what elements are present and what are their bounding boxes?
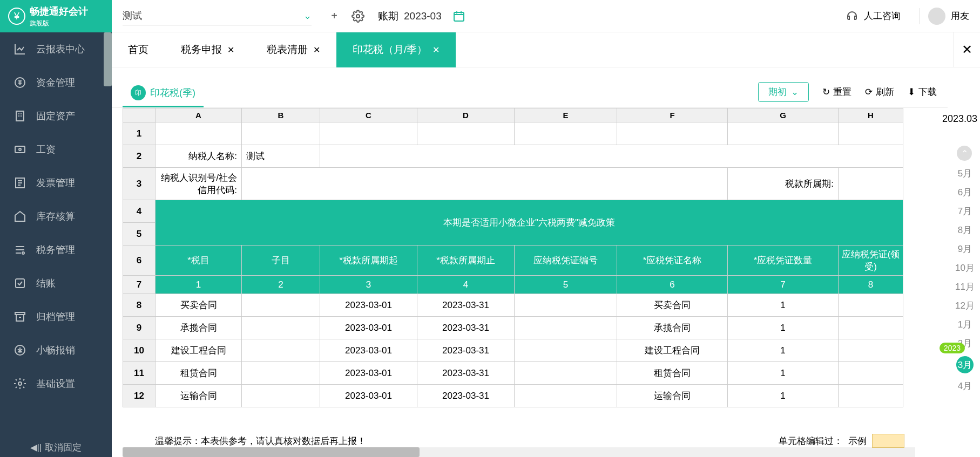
row-header[interactable]: 9 bbox=[123, 317, 156, 339]
reset-button[interactable]: ↻重置 bbox=[822, 86, 851, 98]
sidebar-item-inventory[interactable]: 库存核算 bbox=[0, 200, 112, 233]
month-10月[interactable]: 10月 bbox=[955, 262, 975, 274]
unpin-button[interactable]: ◀||取消固定 bbox=[0, 438, 112, 457]
row-header[interactable]: 4 bbox=[123, 200, 156, 223]
add-button[interactable]: + bbox=[328, 10, 341, 23]
row-header[interactable]: 10 bbox=[123, 339, 156, 362]
month-6月[interactable]: 6月 bbox=[958, 186, 972, 199]
sidebar-item-assets[interactable]: 固定资产 bbox=[0, 99, 112, 133]
content: 印 印花税(季) 期初⌄ ↻重置 ⟳刷新 ⬇下载 ABCDEFGH12纳税人名称… bbox=[112, 67, 948, 457]
col-header[interactable]: E bbox=[515, 108, 617, 122]
avatar[interactable] bbox=[928, 8, 945, 25]
col-header[interactable]: A bbox=[156, 108, 242, 122]
checkout-icon bbox=[13, 277, 26, 290]
col-header[interactable]: C bbox=[320, 108, 417, 122]
gear-icon bbox=[13, 377, 26, 390]
tax-icon bbox=[13, 243, 26, 256]
row-header[interactable]: 1 bbox=[123, 122, 156, 145]
close-icon[interactable]: ✕ bbox=[432, 45, 440, 55]
sidebar-item-close[interactable]: 结账 bbox=[0, 267, 112, 300]
period-value: 2023-03 bbox=[404, 10, 442, 22]
row-header[interactable]: 6 bbox=[123, 245, 156, 276]
col-header[interactable]: D bbox=[417, 108, 515, 122]
svg-rect-6 bbox=[16, 279, 24, 288]
logo: ¥ 畅捷通好会计 旗舰版 bbox=[0, 0, 112, 32]
row-header[interactable]: 5 bbox=[123, 223, 156, 245]
company-selector[interactable]: 测试 ⌄ bbox=[123, 6, 312, 25]
month-7月[interactable]: 7月 bbox=[958, 205, 972, 217]
sidebar-item-reports[interactable]: 云报表中心 bbox=[0, 32, 112, 66]
invoice-icon bbox=[13, 176, 26, 189]
col-header[interactable]: B bbox=[242, 108, 320, 122]
tab-stamp-tax[interactable]: 印花税（月/季）✕ bbox=[336, 32, 456, 67]
row-header[interactable]: 3 bbox=[123, 168, 156, 200]
row-header[interactable]: 7 bbox=[123, 276, 156, 294]
scroll-up-button[interactable]: ⌃ bbox=[957, 146, 972, 161]
refresh-button[interactable]: ⟳刷新 bbox=[865, 86, 894, 98]
sidebar-item-funds[interactable]: 资金管理 bbox=[0, 66, 112, 99]
col-header[interactable]: F bbox=[617, 108, 728, 122]
sidebar: ¥ 畅捷通好会计 旗舰版 云报表中心 资金管理 固定资产 工资 发票管理 库存核… bbox=[0, 0, 112, 457]
month-11月[interactable]: 11月 bbox=[955, 281, 975, 293]
tab-home[interactable]: 首页 bbox=[112, 32, 165, 67]
sidebar-item-salary[interactable]: 工资 bbox=[0, 133, 112, 166]
expense-icon bbox=[13, 344, 26, 357]
refresh-icon: ⟳ bbox=[865, 86, 873, 98]
header: 测试 ⌄ + 账期 2023-03 人工咨询 用友 bbox=[112, 0, 980, 32]
month-8月[interactable]: 8月 bbox=[958, 224, 972, 236]
sub-tab-bar: 印 印花税(季) 期初⌄ ↻重置 ⟳刷新 ⬇下载 bbox=[112, 67, 948, 108]
svg-rect-11 bbox=[454, 12, 464, 21]
footer-bar: 温馨提示：本表供参考，请认真核对数据后再上报！ 单元格编辑过： 示例 bbox=[112, 425, 948, 457]
month-4月[interactable]: 4月 bbox=[958, 380, 972, 392]
sidebar-item-settings[interactable]: 基础设置 bbox=[0, 367, 112, 400]
sidebar-item-invoice[interactable]: 发票管理 bbox=[0, 166, 112, 200]
month-5月[interactable]: 5月 bbox=[958, 167, 972, 180]
month-1月[interactable]: 1月 bbox=[958, 318, 972, 331]
sidebar-item-archive[interactable]: 归档管理 bbox=[0, 300, 112, 333]
tab-list[interactable]: 税表清册✕ bbox=[251, 32, 336, 67]
row-header[interactable]: 8 bbox=[123, 294, 156, 317]
label-icon: 印 bbox=[131, 85, 146, 100]
row-header[interactable]: 12 bbox=[123, 385, 156, 407]
sample-label: 示例 bbox=[848, 435, 867, 447]
reset-icon: ↻ bbox=[822, 86, 830, 98]
house-icon bbox=[13, 210, 26, 223]
chevron-down-icon: ⌄ bbox=[303, 10, 312, 22]
month-9月[interactable]: 9月 bbox=[958, 243, 972, 255]
sidebar-item-expense[interactable]: 小畅报销 bbox=[0, 333, 112, 367]
close-icon[interactable]: ✕ bbox=[227, 45, 234, 55]
chart-icon bbox=[13, 43, 26, 56]
svg-point-5 bbox=[22, 252, 24, 254]
close-all-button[interactable]: ✕ bbox=[953, 32, 980, 67]
sidebar-item-tax[interactable]: 税务管理 bbox=[0, 233, 112, 267]
building-icon bbox=[13, 110, 26, 122]
consult-button[interactable]: 人工咨询 bbox=[840, 10, 901, 23]
tip-text: 温馨提示：本表供参考，请认真核对数据后再上报！ bbox=[155, 435, 366, 447]
month-12月[interactable]: 12月 bbox=[955, 299, 975, 312]
tab-declaration[interactable]: 税务申报✕ bbox=[165, 32, 251, 67]
spreadsheet[interactable]: ABCDEFGH12纳税人名称:测试3纳税人识别号/社会信用代码:税款所属期:4… bbox=[123, 108, 942, 425]
sub-tab-stamp-quarter[interactable]: 印 印花税(季) bbox=[123, 80, 204, 107]
col-header[interactable]: G bbox=[728, 108, 839, 122]
sample-swatch bbox=[872, 434, 904, 448]
brand-name: 畅捷通好会计 bbox=[30, 6, 88, 17]
row-header[interactable]: 11 bbox=[123, 362, 156, 385]
corner-cell[interactable] bbox=[123, 108, 156, 122]
cloud-icon: ¥ bbox=[8, 8, 25, 25]
sidebar-scrollbar[interactable] bbox=[104, 32, 112, 86]
col-header[interactable]: H bbox=[839, 108, 903, 122]
period-begin-button[interactable]: 期初⌄ bbox=[758, 82, 809, 102]
settings-button[interactable] bbox=[352, 10, 364, 23]
download-button[interactable]: ⬇下载 bbox=[908, 86, 937, 98]
period-label: 账期 bbox=[378, 9, 398, 23]
calendar-button[interactable] bbox=[452, 10, 465, 23]
chevron-down-icon: ⌄ bbox=[791, 86, 799, 98]
month-rail: 5月6月7月8月9月10月11月12月1月2月3月4月 bbox=[955, 167, 975, 392]
close-icon[interactable]: ✕ bbox=[313, 45, 320, 55]
row-header[interactable]: 2 bbox=[123, 145, 156, 168]
month-3月[interactable]: 3月 bbox=[956, 356, 974, 373]
salary-icon bbox=[13, 143, 26, 156]
svg-point-10 bbox=[356, 15, 360, 18]
pin-icon: ◀|| bbox=[30, 442, 42, 453]
svg-point-3 bbox=[19, 148, 21, 151]
